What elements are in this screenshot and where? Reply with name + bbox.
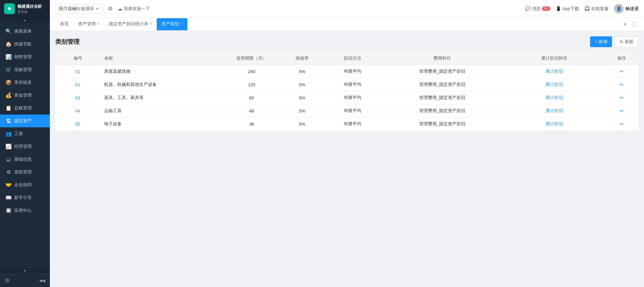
code-link[interactable]: 03 <box>75 95 80 100</box>
tab-asset-management-close[interactable]: × <box>97 22 99 26</box>
customer-service-button[interactable]: 🎧 在线客服 <box>584 6 609 12</box>
tab-asset-type[interactable]: 资产类型 × <box>157 18 187 30</box>
th-expense: 费用科目 <box>380 52 504 65</box>
cell-action: ✏ <box>605 118 639 131</box>
experience-button[interactable]: ☁ 我要体验一下 <box>118 6 150 12</box>
cell-period: 240 <box>223 65 279 78</box>
refresh-icon: ↻ <box>620 39 623 44</box>
message-icon: 💬 <box>525 6 530 11</box>
tab-expand-button[interactable]: ⛶ <box>631 20 639 28</box>
sidebar-item-ledger[interactable]: 📋 总账管理 <box>0 102 50 115</box>
new-button[interactable]: + 新增 <box>590 36 612 47</box>
cell-residual: 5% <box>280 78 325 91</box>
table-row: 03 器具、工具、家具等 60 5% 年限平均 管理费用_固定资产折旧 累计折旧… <box>55 91 639 104</box>
tab-asset-management[interactable]: 资产管理 × <box>73 18 104 30</box>
sidebar-item-system[interactable]: ⚙ 系统管理 <box>0 166 50 179</box>
code-link[interactable]: 02 <box>75 82 80 87</box>
cell-method: 年限平均 <box>325 118 380 131</box>
refresh-label: 刷新 <box>625 39 634 45</box>
trending-icon: 📈 <box>5 144 11 150</box>
sidebar-item-payroll[interactable]: 👥 工资 <box>0 127 50 140</box>
edit-button[interactable]: ✏ <box>620 82 624 87</box>
cell-action: ✏ <box>605 91 639 104</box>
accumulated-link[interactable]: 累计折旧 <box>546 82 563 87</box>
cell-name: 电子设备 <box>100 118 223 131</box>
tab-depreciation-report-label: 固定资产折旧统计表 <box>109 21 148 27</box>
settings-button[interactable]: ⚙ <box>105 4 115 13</box>
user-block[interactable]: 👤 畅捷通 <box>614 4 639 13</box>
tab-depreciation-report-close[interactable]: × <box>150 22 152 26</box>
grid-icon: 🔲 <box>5 208 11 214</box>
code-link[interactable]: 01 <box>75 69 80 74</box>
accumulated-link[interactable]: 累计折旧 <box>546 121 563 126</box>
sidebar-item-guide[interactable]: 📖 新手引导 <box>0 191 50 204</box>
company-selector[interactable]: 医疗器械行业演示 ▼ <box>55 4 103 13</box>
search-icon: 🔍 <box>5 28 11 34</box>
logo-text: 畅 <box>8 6 11 11</box>
sidebar-item-basic-info[interactable]: 🗂 基础信息 <box>0 153 50 166</box>
sidebar-item-operations[interactable]: 📈 经营管理 <box>0 140 50 153</box>
accumulated-link[interactable]: 累计折旧 <box>546 108 563 113</box>
cell-name: 运输工具 <box>100 104 223 118</box>
footer-collapse-icon[interactable]: ◀◀ <box>39 278 45 283</box>
cell-expense: 管理费用_固定资产折旧 <box>380 78 504 91</box>
th-code: 编号 <box>55 52 100 65</box>
code-link[interactable]: 04 <box>75 108 80 114</box>
sidebar-item-quick-nav[interactable]: 🏠 快捷导航 <box>0 38 50 51</box>
messages-button[interactable]: 💬 消息 99+ <box>525 6 550 12</box>
download-icon: 📱 <box>556 6 561 11</box>
footer-settings-icon[interactable]: ⚙ <box>5 277 9 284</box>
app-download-button[interactable]: 📱 App下载 <box>556 6 579 12</box>
code-link[interactable]: 05 <box>75 122 80 127</box>
accumulated-link[interactable]: 累计折旧 <box>546 69 563 74</box>
sidebar-label-quick-nav: 快捷导航 <box>14 41 32 47</box>
sidebar-item-app-center[interactable]: 🔲 应用中心 <box>0 204 50 217</box>
table-body: 01 房屋及建筑物 240 5% 年限平均 管理费用_固定资产折旧 累计折旧 ✏… <box>55 65 639 131</box>
edit-button[interactable]: ✏ <box>620 69 624 74</box>
cell-accumulated: 累计折旧 <box>504 118 605 131</box>
sidebar-label-payroll: 工资 <box>14 131 23 137</box>
cart-icon: 🛒 <box>5 67 11 73</box>
page-title: 类别管理 <box>55 38 80 46</box>
chart-icon: 📊 <box>5 54 11 60</box>
scroll-down-indicator[interactable]: ▼ <box>0 268 50 274</box>
user-avatar: 👤 <box>614 4 623 13</box>
sidebar-label-sales: 销售管理 <box>14 54 32 60</box>
sidebar-header: 畅 畅捷通好业财 普及版 <box>0 0 50 18</box>
refresh-button[interactable]: ↻ 刷新 <box>615 36 639 47</box>
folder-icon: 🗂 <box>5 157 11 162</box>
th-action: 操作 <box>605 52 639 65</box>
sidebar-item-purchase[interactable]: 🛒 采购管理 <box>0 63 50 76</box>
tab-home[interactable]: 首页 <box>55 18 73 30</box>
app-download-label: App下载 <box>562 6 579 12</box>
scroll-up-indicator[interactable]: ▲ <box>0 18 50 23</box>
edit-button[interactable]: ✏ <box>620 108 624 114</box>
settings-icon: ⚙ <box>108 5 113 12</box>
cell-code: 01 <box>55 65 100 78</box>
tab-close-all-button[interactable]: ✕ <box>621 20 629 28</box>
building-icon: 🏗 <box>5 118 11 124</box>
topbar: 医疗器械行业演示 ▼ ⚙ ☁ 我要体验一下 💬 消息 99+ 📱 App下载 <box>50 0 644 18</box>
sidebar-item-funds[interactable]: 💰 资金管理 <box>0 89 50 102</box>
edit-button[interactable]: ✏ <box>620 121 624 127</box>
tab-depreciation-report[interactable]: 固定资产折旧统计表 × <box>104 18 157 30</box>
tab-asset-type-close[interactable]: × <box>180 22 183 26</box>
messages-badge: 99+ <box>542 6 550 11</box>
sidebar-title-block: 畅捷通好业财 普及版 <box>18 4 42 14</box>
sidebar-item-cooperation[interactable]: 🤝 企业协同 <box>0 179 50 191</box>
tab-asset-management-label: 资产管理 <box>78 21 96 27</box>
accumulated-link[interactable]: 累计折旧 <box>546 95 563 100</box>
cell-action: ✏ <box>605 78 639 91</box>
edit-button[interactable]: ✏ <box>620 95 624 100</box>
sidebar-item-search[interactable]: 🔍 搜索菜单 <box>0 25 50 38</box>
cell-accumulated: 累计折旧 <box>504 104 605 118</box>
sidebar-label-cooperation: 企业协同 <box>14 182 32 188</box>
sidebar-item-sales[interactable]: 📊 销售管理 <box>0 51 50 63</box>
table-row: 04 运输工具 48 5% 年限平均 管理费用_固定资产折旧 累计折旧 ✏ <box>55 104 639 118</box>
sidebar-label-fixed-assets: 固定资产 <box>14 118 32 124</box>
sidebar-item-fixed-assets[interactable]: 🏗 固定资产 <box>0 115 50 127</box>
th-residual: 残值率 <box>280 52 325 65</box>
book-icon: 📖 <box>5 195 11 201</box>
sidebar-item-inventory[interactable]: 📦 库存核算 <box>0 76 50 89</box>
tab-asset-type-label: 资产类型 <box>161 21 179 27</box>
